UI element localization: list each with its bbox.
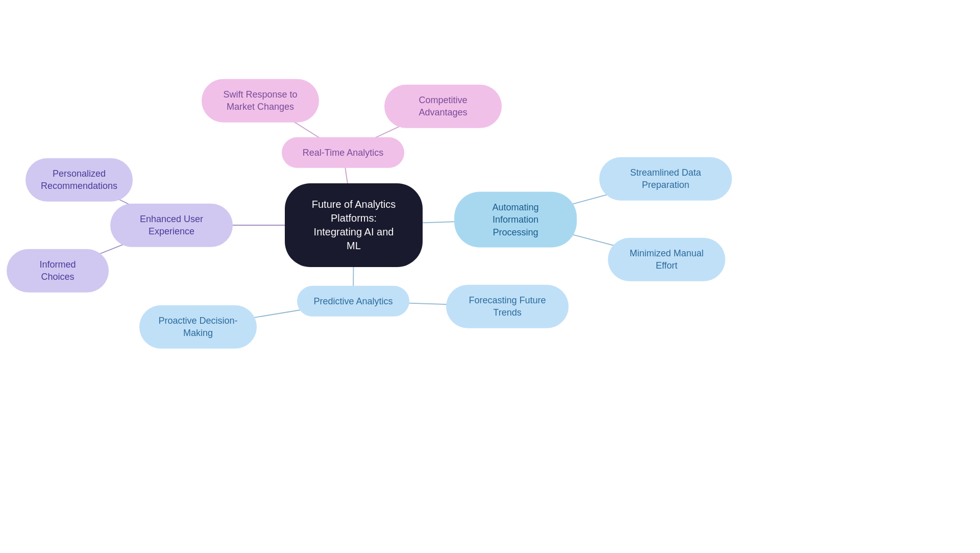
- personalized-node: Personalized Recommendations: [26, 158, 133, 202]
- forecasting-node: Forecasting Future Trends: [446, 285, 569, 328]
- informed-node: Informed Choices: [7, 249, 109, 293]
- minimized-node: Minimized Manual Effort: [608, 238, 725, 281]
- center-node: Future of Analytics Platforms: Integrati…: [285, 183, 423, 267]
- swift-node: Swift Response to Market Changes: [202, 79, 319, 123]
- automating-node: Automating Information Processing: [454, 192, 577, 248]
- realtime-node: Real-Time Analytics: [282, 137, 404, 168]
- enhanced-node: Enhanced User Experience: [110, 204, 233, 247]
- predictive-node: Predictive Analytics: [297, 286, 409, 317]
- competitive-node: Competitive Advantages: [384, 85, 502, 128]
- proactive-node: Proactive Decision-Making: [139, 305, 257, 349]
- streamlined-node: Streamlined Data Preparation: [599, 157, 732, 201]
